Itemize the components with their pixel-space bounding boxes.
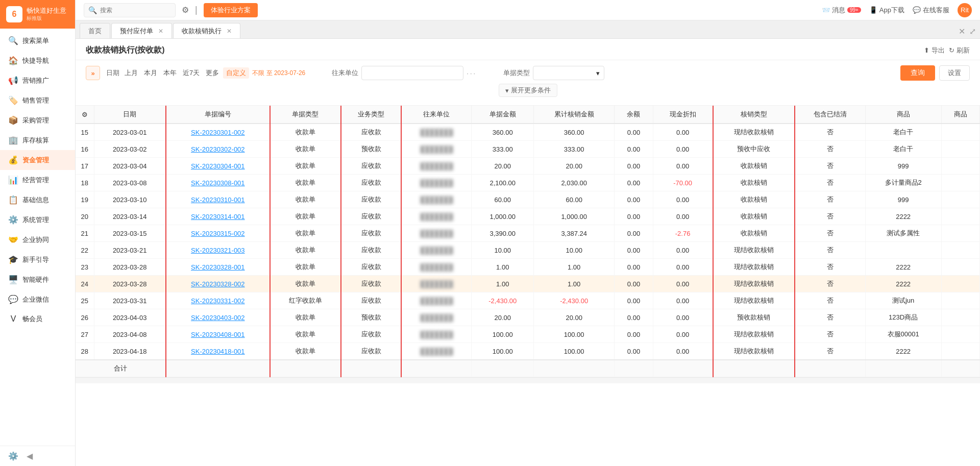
slip-no-link[interactable]: SK-20230302-002 <box>191 145 245 153</box>
collapse-icon[interactable]: ◀ <box>27 451 33 461</box>
cell-discount: 0.00 <box>653 124 713 141</box>
slip-no-link[interactable]: SK-20230301-002 <box>191 129 245 136</box>
filter-settings-button[interactable]: 设置 <box>939 65 970 81</box>
slip-no-link[interactable]: SK-20230418-001 <box>191 348 245 355</box>
partner-dots[interactable]: ··· <box>467 69 477 77</box>
sidebar-item-basic[interactable]: 📋 基础信息 <box>0 190 75 210</box>
filter-expand-btn[interactable]: » <box>86 66 100 80</box>
tab-prepay[interactable]: 预付应付单 ✕ <box>111 23 172 38</box>
slip-no-link[interactable]: SK-20230403-002 <box>191 314 245 322</box>
topbar-industry-btn[interactable]: 体验行业方案 <box>204 3 258 17</box>
slip-no-link[interactable]: SK-20230328-001 <box>191 263 245 271</box>
topbar-service[interactable]: 💬 在线客服 <box>913 6 949 15</box>
cell-verify-type: 现结收款核销 <box>713 124 795 141</box>
slip-no-link[interactable]: SK-20230328-002 <box>191 280 245 288</box>
horizontal-scrollbar[interactable] <box>76 377 980 383</box>
date-this-month[interactable]: 本月 <box>142 67 159 79</box>
sidebar-item-guide[interactable]: 🎓 新手引导 <box>0 250 75 269</box>
cell-biz-type: 应收款 <box>341 225 401 242</box>
sidebar-item-marketing[interactable]: 📢 营销推广 <box>0 70 75 90</box>
slip-no-link[interactable]: SK-20230304-001 <box>191 162 245 170</box>
data-table-container: ⚙ 日期 单据编号 单据类型 业务类型 往来单位 单据金额 累计核销金额 余额 … <box>76 106 980 466</box>
topbar-divider: | <box>195 5 198 15</box>
cell-verify-amount: 1,000.00 <box>533 208 614 225</box>
date-this-year[interactable]: 本年 <box>161 67 179 79</box>
date-more[interactable]: 更多 <box>204 67 221 79</box>
cell-discount: -70.00 <box>653 175 713 191</box>
filter-bar: » 日期 上月 本月 本年 近7天 更多 自定义 不限 至 2023-07-26… <box>76 60 980 106</box>
topbar-search-input[interactable] <box>100 7 161 14</box>
cell-partner: ███████ <box>401 292 472 309</box>
topbar-app[interactable]: 📱 App下载 <box>869 6 904 15</box>
cell-slip-no: SK-20230403-002 <box>166 309 270 326</box>
partner-input[interactable] <box>361 66 463 80</box>
tab-close-all-icon[interactable]: ✕ <box>959 27 965 36</box>
export-button[interactable]: ⬆ 导出 <box>924 46 945 55</box>
slip-no-link[interactable]: SK-20230408-001 <box>191 331 245 338</box>
topbar-messages[interactable]: 📨 消息 99+ <box>822 6 861 15</box>
cell-slip-no: SK-20230310-001 <box>166 191 270 208</box>
cell-biz-type: 应收款 <box>341 242 401 259</box>
cell-slip-no: SK-20230408-001 <box>166 326 270 343</box>
sidebar-item-search[interactable]: 🔍 搜索菜单 <box>0 31 75 51</box>
tab-fullscreen-icon[interactable]: ⤢ <box>969 27 976 36</box>
cell-balance: 0.00 <box>615 326 653 343</box>
page-header: 收款核销执行(按收款) ⬆ 导出 ↻ 刷新 <box>76 39 980 60</box>
tab-collection[interactable]: 收款核销执行 ✕ <box>173 23 240 38</box>
slip-no-link[interactable]: SK-20230308-001 <box>191 179 245 187</box>
date-custom[interactable]: 自定义 <box>223 67 249 79</box>
cell-partner: ███████ <box>401 191 472 208</box>
sidebar-item-finance[interactable]: 💰 资金管理 <box>0 150 75 170</box>
cell-slip-no: SK-20230321-003 <box>166 242 270 259</box>
tab-collection-close[interactable]: ✕ <box>227 28 232 35</box>
slip-no-link[interactable]: SK-20230310-001 <box>191 196 245 204</box>
sidebar-item-member-label: 畅会员 <box>22 314 42 324</box>
sidebar-item-quicknav[interactable]: 🏠 快捷导航 <box>0 51 75 70</box>
sidebar-item-enterprise[interactable]: 🤝 企业协同 <box>0 230 75 250</box>
cell-slip-type: 收款单 <box>270 309 341 326</box>
th-settings[interactable]: ⚙ <box>76 106 94 124</box>
cell-discount: 0.00 <box>653 259 713 276</box>
table-row: 23 2023-03-28 SK-20230328-001 收款单 应收款 ██… <box>76 259 980 276</box>
cell-product2 <box>941 175 979 191</box>
date-last-month[interactable]: 上月 <box>122 67 140 79</box>
slip-type-select[interactable]: ▾ <box>533 66 604 80</box>
sidebar-item-wechat[interactable]: 💬 企业微信 <box>0 289 75 309</box>
settings-bottom-icon[interactable]: ⚙️ <box>8 451 18 461</box>
th-date: 日期 <box>94 106 166 124</box>
refresh-button[interactable]: ↻ 刷新 <box>949 46 970 55</box>
sidebar-item-sales[interactable]: 🏷️ 销售管理 <box>0 90 75 110</box>
tab-home[interactable]: 首页 <box>80 23 110 38</box>
hardware-icon: 🖥️ <box>8 275 18 284</box>
enterprise-icon: 🤝 <box>8 235 18 244</box>
slip-no-link[interactable]: SK-20230331-002 <box>191 297 245 305</box>
cell-amount: 60.00 <box>472 191 534 208</box>
th-biz-type: 业务类型 <box>341 106 401 124</box>
cell-slip-type: 收款单 <box>270 208 341 225</box>
cell-product2 <box>941 124 979 141</box>
query-button[interactable]: 查询 <box>900 65 935 81</box>
cell-verify-type: 收款核销 <box>713 175 795 191</box>
avatar-text: Rit <box>961 6 969 14</box>
slip-no-link[interactable]: SK-20230321-003 <box>191 247 245 254</box>
cell-has-settled: 否 <box>795 191 865 208</box>
cell-discount: 0.00 <box>653 309 713 326</box>
slip-no-link[interactable]: SK-20230314-001 <box>191 213 245 220</box>
sidebar-item-inventory[interactable]: 🏢 库存核算 <box>0 130 75 150</box>
expand-more-btn[interactable]: ▾ 展开更多条件 <box>499 84 557 97</box>
sidebar-item-purchase[interactable]: 📦 采购管理 <box>0 110 75 130</box>
export-label: 导出 <box>932 46 945 55</box>
sidebar-item-quicknav-label: 快捷导航 <box>22 56 49 65</box>
cell-slip-no: SK-20230315-002 <box>166 225 270 242</box>
cell-verify-type: 现结收款核销 <box>713 259 795 276</box>
sidebar-item-member[interactable]: V 畅会员 <box>0 309 75 329</box>
topbar-gear-icon[interactable]: ⚙ <box>182 5 189 15</box>
slip-no-link[interactable]: SK-20230315-002 <box>191 230 245 237</box>
topbar-avatar[interactable]: Rit <box>958 3 972 17</box>
cell-product1 <box>865 242 941 259</box>
date-7days[interactable]: 近7天 <box>181 67 202 79</box>
sidebar-item-hardware[interactable]: 🖥️ 智能硬件 <box>0 269 75 289</box>
sidebar-item-system[interactable]: ⚙️ 系统管理 <box>0 210 75 230</box>
sidebar-item-operation[interactable]: 📊 经营管理 <box>0 170 75 190</box>
tab-prepay-close[interactable]: ✕ <box>158 28 163 35</box>
